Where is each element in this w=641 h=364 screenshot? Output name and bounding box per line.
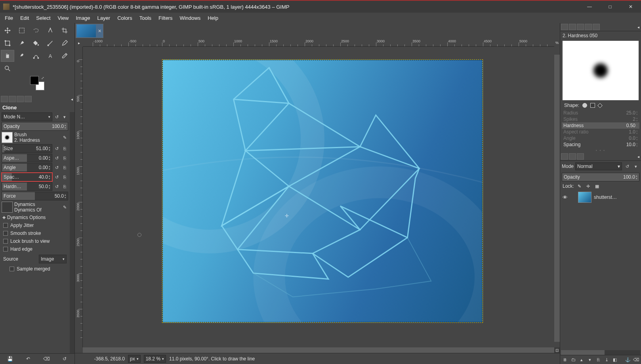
tab-editor[interactable] [593,24,600,30]
delete-layer-icon[interactable]: ⌫ [632,356,640,363]
tab-channels[interactable] [569,153,576,160]
paths-tool[interactable] [29,50,43,62]
tab-menu-icon[interactable]: ◂ [70,96,74,102]
spinner-icon[interactable]: ▴▾ [636,174,637,180]
layer-opacity-field[interactable]: Opacity 100.0 ▴▾ [562,173,639,181]
vertical-ruler[interactable]: 0500100015002000250030003500 [75,47,83,347]
gradient-tool[interactable] [44,37,57,49]
hardness-link-icon[interactable]: ⎘ [61,183,68,191]
navigation-icon[interactable]: ⊡ [554,347,560,353]
checkbox-icon[interactable] [3,239,8,244]
menu-view[interactable]: View [55,13,72,23]
merge-down-icon[interactable]: ⤓ [603,356,610,363]
close-button[interactable]: ✕ [624,1,638,12]
checkbox-icon[interactable] [3,231,8,236]
tab-menu-icon[interactable]: ◂ [637,154,640,160]
lower-layer-icon[interactable]: ▾ [586,356,594,363]
menu-select[interactable]: Select [33,13,53,23]
hardness-field[interactable]: Hardn… 50.0 ▴▾ [2,182,52,191]
menu-file[interactable]: File [2,13,16,23]
spacing-field[interactable]: Spac… 40.0 ▴▾ [2,173,52,181]
menu-help[interactable]: Help [204,13,221,23]
lock-pixels-icon[interactable]: ✎ [576,183,583,189]
aspect-reset-icon[interactable]: ↺ [53,154,60,162]
brush-spacing-field[interactable]: Spacing10.0▴▾ [562,141,639,148]
bucket-fill-tool[interactable] [29,37,43,49]
hardness-reset-icon[interactable]: ↺ [53,183,60,191]
tab-menu-icon[interactable]: ◂ [637,24,640,30]
aspect-link-icon[interactable]: ⎘ [61,154,68,162]
menu-layer[interactable]: Layer [94,13,114,23]
restore-preset-icon[interactable]: ↶ [20,355,36,362]
mode-select[interactable]: Mode N… ▾ [2,112,52,121]
menu-edit[interactable]: Edit [17,13,32,23]
mode-menu-icon[interactable]: ▾ [61,113,68,121]
layer-thumbnail[interactable] [578,192,591,203]
layers-scrollbar[interactable] [561,350,640,355]
horizontal-ruler[interactable]: -1000-5000500100015002000250030003500400… [83,39,554,47]
dynamics-preview[interactable] [2,202,13,213]
brush-preview[interactable] [2,132,13,143]
source-select[interactable]: Image ▾ [39,255,67,263]
horizontal-scrollbar[interactable] [83,347,554,353]
menu-image[interactable]: Image [72,13,93,23]
brush-hardness-field[interactable]: Hardness0.50▴▾ [562,122,639,129]
apply-jitter-row[interactable]: Apply Jitter [0,221,70,229]
aspect-field[interactable]: Aspe… 0.00 ▴▾ [2,154,52,162]
spacing-link-icon[interactable]: ⎘ [61,173,68,181]
layer-mode-reset-icon[interactable]: ↺ [624,162,631,170]
spinner-icon[interactable]: ▴▾ [65,193,66,199]
angle-reset-icon[interactable]: ↺ [53,164,60,172]
anchor-layer-icon[interactable]: ⚓ [624,356,632,363]
tab-tool-options[interactable] [1,96,8,102]
spinner-icon[interactable]: ▴▾ [49,184,50,189]
layer-list[interactable]: 👁 shutterst… [560,190,641,350]
tab-close-icon[interactable]: ✕ [98,29,101,34]
spinner-icon[interactable]: ▴▾ [49,165,50,170]
warp-tool[interactable] [15,37,29,49]
new-layer-icon[interactable]: 🗎 [561,356,569,363]
layer-row[interactable]: 👁 shutterst… [560,190,641,204]
shape-circle-button[interactable] [582,103,587,108]
angle-field[interactable]: Angle 0.00 ▴▾ [2,163,52,172]
menu-windows[interactable]: Windows [176,13,204,23]
tab-history[interactable] [585,24,592,30]
zoom-tool[interactable] [1,63,14,74]
spinner-icon[interactable]: ▴▾ [49,155,50,161]
smudge-tool[interactable] [15,50,29,62]
options-scrollbar[interactable] [70,112,74,353]
shape-square-button[interactable] [590,103,595,108]
ruler-toggle-icon[interactable]: ▸ [75,39,83,47]
checkbox-icon[interactable] [3,247,8,252]
tab-brushes[interactable] [561,24,568,30]
delete-preset-icon[interactable]: ⌫ [38,355,55,362]
panel-resize-grip[interactable]: • • • [560,149,641,152]
lock-brush-row[interactable]: Lock brush to view [0,237,70,245]
tab-paths[interactable] [577,153,584,160]
zoom-select[interactable]: 18.2 % ▾ [144,355,166,363]
tab-fonts[interactable] [577,24,584,30]
color-swatches[interactable]: ⤢ [30,76,44,90]
save-preset-icon[interactable]: 💾 [2,355,18,362]
size-reset-icon[interactable]: ↺ [53,145,60,152]
new-group-icon[interactable]: 🗀 [569,356,577,363]
force-field[interactable]: Force 50.0 ▴▾ [2,192,68,200]
spinner-icon[interactable]: ▴▾ [49,146,50,151]
layer-name[interactable]: shutterst… [594,194,617,200]
visibility-icon[interactable]: 👁 [563,194,568,200]
spinner-icon[interactable]: ▴▾ [49,174,50,180]
crop-tool[interactable] [58,25,71,36]
image-tab[interactable]: ✕ [76,24,103,38]
dynamics-options-expander[interactable]: ✚ Dynamics Options [0,213,70,221]
layer-mode-menu-icon[interactable]: ▾ [632,162,639,170]
foreground-color[interactable] [30,76,39,85]
mask-icon[interactable]: ◧ [611,356,619,363]
menu-filters[interactable]: Filters [155,13,176,23]
fuzzy-select-tool[interactable] [44,25,57,36]
sample-merged-row[interactable]: Sample merged [0,265,70,273]
menu-tools[interactable]: Tools [136,13,155,23]
zoom-fit-icon[interactable]: % [554,39,560,47]
size-field[interactable]: Size 51.00 ▴▾ [2,144,52,153]
swap-colors-icon[interactable]: ⤢ [41,76,44,80]
unit-select[interactable]: px ▾ [128,355,141,363]
